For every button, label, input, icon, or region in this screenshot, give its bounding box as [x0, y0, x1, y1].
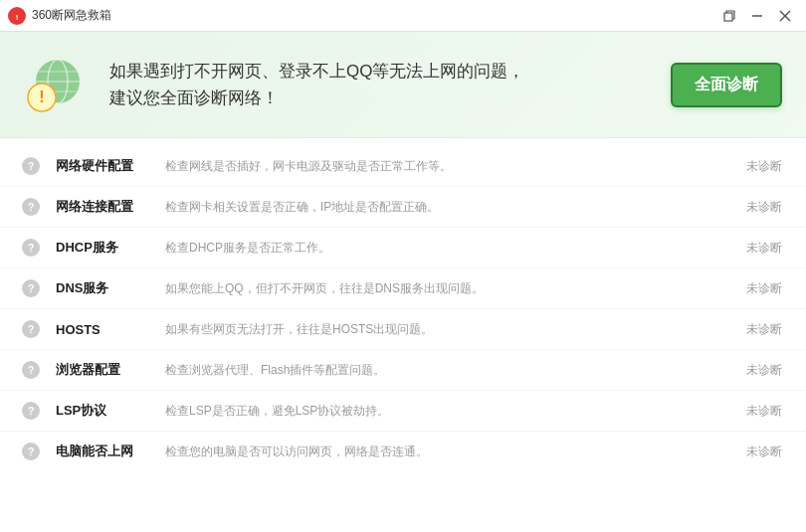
banner-line1: 如果遇到打不开网页、登录不上QQ等无法上网的问题， [109, 58, 671, 85]
status-icon-5: ? [20, 318, 42, 340]
item-name-2: 网络连接配置 [56, 198, 165, 216]
table-row: ? 网络连接配置 检查网卡相关设置是否正确，IP地址是否配置正确。 未诊断 [0, 187, 806, 228]
banner-description: 如果遇到打不开网页、登录不上QQ等无法上网的问题， 建议您全面诊断网络！ [109, 58, 671, 111]
item-status-2: 未诊断 [732, 199, 782, 216]
status-icon-8: ? [20, 441, 42, 462]
table-row: ? DNS服务 如果您能上QQ，但打不开网页，往往是DNS服务出现问题。 未诊断 [0, 268, 806, 309]
item-desc-1: 检查网线是否插好，网卡电源及驱动是否正常工作等。 [165, 158, 732, 175]
item-desc-4: 如果您能上QQ，但打不开网页，往往是DNS服务出现问题。 [165, 280, 732, 297]
item-status-1: 未诊断 [732, 158, 782, 175]
banner: ! 如果遇到打不开网页、登录不上QQ等无法上网的问题， 建议您全面诊断网络！ 全… [0, 32, 806, 138]
banner-icon: ! [20, 50, 90, 119]
item-name-4: DNS服务 [56, 279, 165, 297]
svg-rect-2 [724, 13, 732, 21]
window-controls [716, 6, 798, 26]
close-button[interactable] [772, 6, 798, 26]
status-icon-6: ? [20, 359, 42, 381]
banner-line2: 建议您全面诊断网络！ [109, 85, 671, 111]
item-desc-5: 如果有些网页无法打开，往往是HOSTS出现问题。 [165, 321, 732, 338]
diagnose-button[interactable]: 全面诊断 [671, 63, 782, 107]
item-desc-7: 检查LSP是否正确，避免LSP协议被劫持。 [165, 403, 732, 420]
table-row: ? LSP协议 检查LSP是否正确，避免LSP协议被劫持。 未诊断 [0, 391, 806, 432]
item-name-7: LSP协议 [56, 402, 165, 420]
status-icon-3: ? [20, 237, 42, 259]
status-icon-4: ? [20, 277, 42, 299]
table-row: ? DHCP服务 检查DHCP服务是否正常工作。 未诊断 [0, 228, 806, 268]
minimize-button[interactable] [744, 6, 770, 26]
table-row: ? 浏览器配置 检查浏览器代理、Flash插件等配置问题。 未诊断 [0, 350, 806, 391]
item-name-3: DHCP服务 [56, 239, 165, 257]
item-name-6: 浏览器配置 [56, 361, 165, 379]
item-desc-2: 检查网卡相关设置是否正确，IP地址是否配置正确。 [165, 199, 732, 216]
item-name-1: 网络硬件配置 [56, 157, 165, 175]
item-desc-3: 检查DHCP服务是否正常工作。 [165, 240, 732, 257]
item-name-5: HOSTS [56, 322, 165, 337]
item-status-8: 未诊断 [732, 443, 782, 460]
item-status-7: 未诊断 [732, 403, 782, 420]
app-title: 360断网急救箱 [32, 7, 716, 24]
title-bar: ! 360断网急救箱 [0, 0, 806, 32]
restore-button[interactable] [716, 6, 742, 26]
item-status-5: 未诊断 [732, 321, 782, 338]
main-content: ! 如果遇到打不开网页、登录不上QQ等无法上网的问题， 建议您全面诊断网络！ 全… [0, 32, 806, 532]
table-row: ? 网络硬件配置 检查网线是否插好，网卡电源及驱动是否正常工作等。 未诊断 [0, 146, 806, 187]
item-status-6: 未诊断 [732, 362, 782, 379]
item-desc-6: 检查浏览器代理、Flash插件等配置问题。 [165, 362, 732, 379]
items-list: ? 网络硬件配置 检查网线是否插好，网卡电源及驱动是否正常工作等。 未诊断 ? … [0, 138, 806, 479]
status-icon-7: ? [20, 400, 42, 422]
table-row: ? HOSTS 如果有些网页无法打开，往往是HOSTS出现问题。 未诊断 [0, 309, 806, 350]
item-desc-8: 检查您的电脑是否可以访问网页，网络是否连通。 [165, 443, 732, 460]
item-status-3: 未诊断 [732, 240, 782, 257]
item-name-8: 电脑能否上网 [56, 443, 165, 460]
app-logo: ! [8, 7, 26, 25]
status-icon-1: ? [20, 155, 42, 177]
status-icon-2: ? [20, 196, 42, 218]
svg-text:!: ! [16, 13, 19, 22]
table-row: ? 电脑能否上网 检查您的电脑是否可以访问网页，网络是否连通。 未诊断 [0, 432, 806, 471]
svg-text:!: ! [39, 89, 44, 105]
item-status-4: 未诊断 [732, 280, 782, 297]
